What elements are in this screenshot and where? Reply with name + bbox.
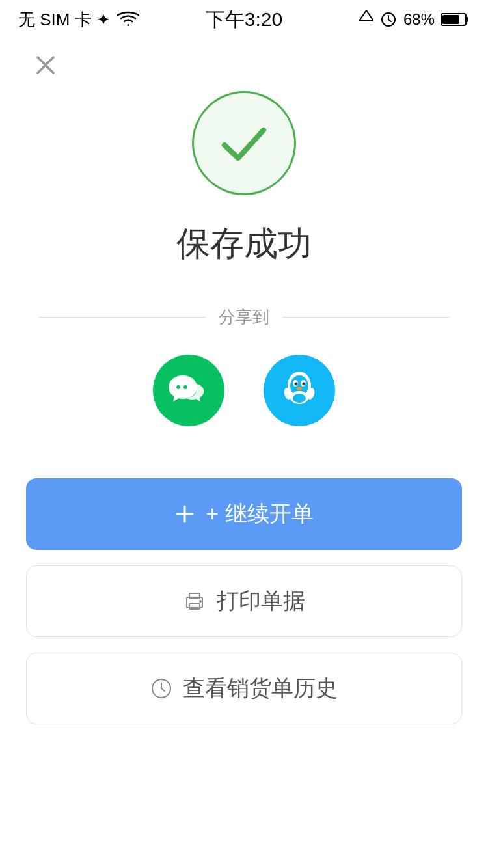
svg-point-23 (293, 394, 306, 403)
location-icon (359, 10, 373, 29)
svg-rect-6 (466, 17, 468, 22)
print-button[interactable]: 打印单据 (26, 565, 462, 637)
plus-icon (174, 504, 195, 524)
alarm-icon (380, 11, 397, 28)
battery-icon (441, 12, 470, 27)
svg-point-17 (295, 383, 298, 386)
svg-point-31 (199, 600, 202, 603)
qq-icon (277, 368, 322, 413)
action-buttons: + 继续开单 打印单据 查看销货单历史 (0, 478, 488, 724)
success-title: 保存成功 (176, 221, 312, 267)
history-button[interactable]: 查看销货单历史 (26, 653, 462, 724)
success-circle (192, 91, 296, 195)
svg-line-4 (388, 20, 391, 21)
svg-rect-7 (442, 15, 459, 24)
wechat-icon (166, 371, 211, 410)
status-time: 下午3:20 (206, 7, 282, 33)
status-left: 无 SIM 卡 ✦ (18, 8, 139, 31)
print-label: 打印单据 (217, 586, 305, 616)
checkmark-icon (215, 114, 273, 172)
share-icons (153, 355, 335, 426)
qq-share-button[interactable] (264, 355, 335, 426)
divider-right (282, 317, 449, 318)
clock-icon (150, 677, 172, 699)
wechat-share-button[interactable] (153, 355, 224, 426)
share-divider: 分享到 (0, 306, 488, 329)
svg-point-18 (303, 383, 306, 386)
svg-point-19 (297, 387, 302, 390)
svg-point-12 (183, 385, 187, 389)
continue-button[interactable]: + 继续开单 (26, 478, 462, 550)
status-right: 68% (359, 10, 470, 29)
main-content: 保存成功 分享到 (0, 39, 488, 724)
close-button[interactable] (26, 46, 65, 85)
history-label: 查看销货单历史 (183, 673, 338, 703)
wifi-icon (117, 11, 139, 28)
status-bar: 无 SIM 卡 ✦ 下午3:20 68% (0, 0, 488, 39)
divider-left (39, 317, 206, 318)
continue-label: + 继续开单 (206, 499, 313, 529)
svg-point-11 (176, 385, 180, 389)
svg-marker-0 (359, 10, 373, 21)
print-icon (183, 591, 206, 612)
share-label: 分享到 (219, 306, 269, 329)
svg-line-34 (161, 688, 165, 691)
battery-label: 68% (403, 10, 435, 29)
sim-label: 无 SIM 卡 ✦ (18, 8, 111, 31)
